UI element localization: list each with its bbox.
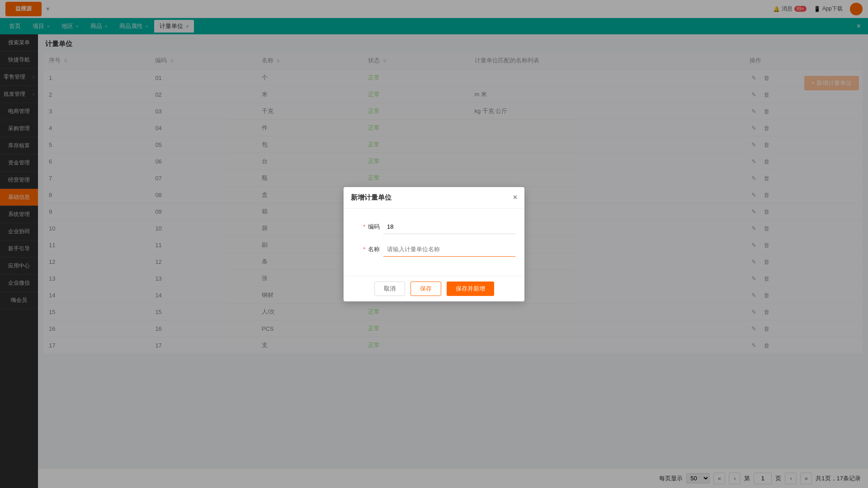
modal-footer: 取消 保存 保存并新增 <box>344 276 524 301</box>
add-unit-modal: 新增计量单位 × * 编码 * 名称 取消 保存 保存并新增 <box>344 187 524 301</box>
modal-header: 新增计量单位 × <box>344 187 524 209</box>
cancel-button[interactable]: 取消 <box>374 282 405 296</box>
code-row: * 编码 <box>353 220 515 234</box>
name-input[interactable] <box>383 242 515 257</box>
name-row: * 名称 <box>353 242 515 257</box>
code-input[interactable] <box>383 220 515 234</box>
required-star-code: * <box>363 223 365 230</box>
required-star-name: * <box>363 246 365 253</box>
save-button[interactable]: 保存 <box>410 282 441 296</box>
modal-overlay: 新增计量单位 × * 编码 * 名称 取消 保存 保存并新增 <box>0 0 868 488</box>
code-label: * 编码 <box>353 223 380 231</box>
name-label: * 名称 <box>353 245 380 253</box>
modal-title: 新增计量单位 <box>351 193 392 202</box>
save-and-new-button[interactable]: 保存并新增 <box>447 282 494 296</box>
modal-body: * 编码 * 名称 <box>344 209 524 276</box>
modal-close-btn[interactable]: × <box>513 193 517 202</box>
